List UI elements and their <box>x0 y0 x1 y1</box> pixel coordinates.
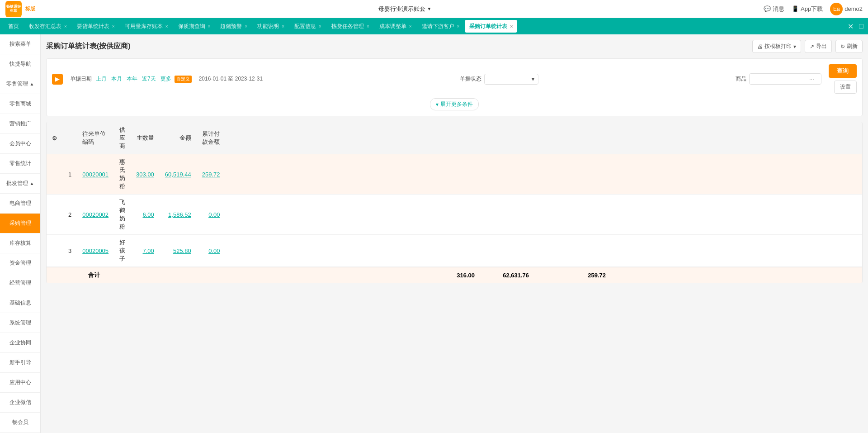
tab-chaochuyujing-label: 超储预警 <box>220 23 242 30</box>
query-button[interactable]: 查询 <box>829 64 857 78</box>
goods-input[interactable] <box>753 76 807 82</box>
sidebar-item-weixin[interactable]: 企业微信 <box>0 393 40 413</box>
row-settings-0[interactable] <box>47 154 63 195</box>
sidebar-item-basic[interactable]: 基础信息 <box>0 293 40 313</box>
nav-max-btn[interactable]: □ <box>858 21 864 31</box>
tab-caigou-close[interactable]: × <box>510 24 513 29</box>
logo-area: 畅捷通好生意 标版 <box>5 1 46 17</box>
tab-home[interactable]: 首页 <box>4 20 24 33</box>
sidebar-item-quicknav[interactable]: 快捷导航 <box>0 54 40 74</box>
sidebar-item-ecommerce[interactable]: 电商管理 <box>0 194 40 214</box>
print-label: 按模板打印 <box>764 43 792 50</box>
sidebar-item-retail-shop[interactable]: 零售商城 <box>0 94 40 114</box>
nav-close-btn[interactable]: ✕ <box>847 21 854 32</box>
page-header: 采购订单统计表(按供应商) 🖨 按模板打印 ▾ ↗ 导出 ↻ 刷新 <box>46 40 863 53</box>
tab-keyongliang[interactable]: 可用量库存账本 × <box>120 20 173 33</box>
shortcut-7days[interactable]: 近7天 <box>141 75 157 83</box>
tab-yaohuo-close[interactable]: × <box>112 24 115 29</box>
filter-toggle[interactable]: ▶ <box>52 74 63 85</box>
avatar-letter: Ea <box>833 6 840 12</box>
shortcut-this-month[interactable]: 本月 <box>110 75 123 83</box>
sidebar-item-retail-mgmt[interactable]: 零售管理 ▲ <box>0 74 40 94</box>
goods-more-dots[interactable]: ··· <box>809 76 814 82</box>
sidebar-item-marketing[interactable]: 营销推广 <box>0 114 40 134</box>
refresh-label: 刷新 <box>847 43 858 50</box>
sidebar-item-guide[interactable]: 新手引导 <box>0 353 40 373</box>
tab-gongneng-close[interactable]: × <box>282 24 284 29</box>
row-code-0: 00020001 <box>77 154 114 195</box>
tab-yaoqing[interactable]: 邀请下游客户 × <box>417 20 464 33</box>
system-label: 系统管理 <box>9 319 31 327</box>
date-shortcuts: 上月 本月 本年 近7天 更多 自定义 <box>94 75 192 83</box>
refresh-icon: ↻ <box>840 43 845 50</box>
status-select[interactable]: ▾ <box>484 74 538 85</box>
shortcut-last-month[interactable]: 上月 <box>94 75 108 83</box>
expand-filters-btn[interactable]: ▾ 展开更多条件 <box>430 98 479 110</box>
row-extra-0 <box>225 154 862 195</box>
sidebar-item-inventory[interactable]: 库存核算 <box>0 233 40 253</box>
sidebar-item-changhyue[interactable]: 畅会员 <box>0 413 40 433</box>
app-label: App下载 <box>801 5 823 13</box>
username-label: demo2 <box>844 5 863 12</box>
sidebar: 搜索菜单 快捷导航 零售管理 ▲ 零售商城 营销推广 会员中心 零售统计 批发管… <box>0 34 41 433</box>
tab-caigou[interactable]: 采购订单统计表 × <box>465 20 517 33</box>
export-button[interactable]: ↗ 导出 <box>805 40 832 53</box>
goods-input-area[interactable]: ··· <box>749 73 821 85</box>
tab-chaochuyujing-close[interactable]: × <box>245 24 247 29</box>
industry-selector[interactable]: 母婴行业演示账套 ▼ <box>375 3 435 15</box>
table-row: 1 00020001 惠氏奶粉 303.00 60,519.44 259.72 <box>47 154 862 195</box>
sidebar-item-collab[interactable]: 企业协同 <box>0 333 40 353</box>
th-settings[interactable]: ⚙ <box>47 122 63 154</box>
avatar: Ea <box>830 3 843 15</box>
shortcut-more[interactable]: 更多 <box>159 75 173 83</box>
tab-chengben[interactable]: 成本调整单 × <box>375 20 416 33</box>
row-settings-1[interactable] <box>47 195 63 235</box>
status-select-arrow: ▾ <box>532 76 534 82</box>
tab-gongneng[interactable]: 功能说明 × <box>253 20 289 33</box>
tab-peizhi[interactable]: 配置信息 × <box>290 20 326 33</box>
toggle-arrow-icon: ▶ <box>55 76 60 82</box>
tab-baozhi[interactable]: 保质期查询 × <box>174 20 215 33</box>
sidebar-item-appcenter[interactable]: 应用中心 <box>0 373 40 393</box>
tab-yaohuo[interactable]: 要货单统计表 × <box>72 20 119 33</box>
print-arrow: ▾ <box>793 43 796 50</box>
inventory-label: 库存核算 <box>9 239 31 247</box>
tab-shoufacun[interactable]: 收发存汇总表 × <box>24 20 71 33</box>
tab-yaoqing-close[interactable]: × <box>457 24 460 29</box>
refresh-button[interactable]: ↻ 刷新 <box>835 40 863 53</box>
sidebar-item-members[interactable]: 会员中心 <box>0 134 40 154</box>
sidebar-item-ops[interactable]: 经营管理 <box>0 273 40 293</box>
row-qty-1: 6.00 <box>131 195 160 235</box>
settings-button[interactable]: 设置 <box>834 81 857 94</box>
tab-baozhi-close[interactable]: × <box>208 24 211 29</box>
footer-qty: 316.00 <box>429 272 484 279</box>
tab-jianhuo-close[interactable]: × <box>367 24 369 29</box>
th-amount: 金额 <box>160 122 197 154</box>
tab-keyongliang-close[interactable]: × <box>165 24 168 29</box>
tab-shoufacun-close[interactable]: × <box>64 24 67 29</box>
row-supplier-0: 惠氏奶粉 <box>114 154 131 195</box>
sidebar-item-search[interactable]: 搜索菜单 <box>0 34 40 54</box>
sidebar-item-wholesale[interactable]: 批发管理 ▲ <box>0 174 40 194</box>
sidebar-item-finance[interactable]: 资金管理 <box>0 253 40 273</box>
logo-icon: 畅捷通好生意 <box>5 1 22 17</box>
tab-chaochuyujing[interactable]: 超储预警 × <box>216 20 252 33</box>
marketing-label: 营销推广 <box>9 120 31 128</box>
shortcut-this-year[interactable]: 本年 <box>125 75 139 83</box>
app-download-btn[interactable]: 📱 App下载 <box>792 5 823 13</box>
tab-peizhi-close[interactable]: × <box>319 24 321 29</box>
sidebar-item-purchase[interactable]: 采购管理 <box>0 214 40 233</box>
message-btn[interactable]: 💬 消息 <box>764 5 784 13</box>
sidebar-item-system[interactable]: 系统管理 <box>0 313 40 333</box>
tab-jianhuo[interactable]: 拣货任务管理 × <box>327 20 374 33</box>
row-supplier-2: 好孩子 <box>114 235 131 267</box>
sidebar-item-retail-stats[interactable]: 零售统计 <box>0 154 40 174</box>
tab-chengben-close[interactable]: × <box>409 24 412 29</box>
user-avatar-area[interactable]: Ea demo2 <box>830 3 863 15</box>
print-button[interactable]: 🖨 按模板打印 ▾ <box>752 40 801 53</box>
page-content: 采购订单统计表(按供应商) 🖨 按模板打印 ▾ ↗ 导出 ↻ 刷新 <box>41 34 868 433</box>
changhyue-label: 畅会员 <box>12 419 28 426</box>
row-settings-2[interactable] <box>47 235 63 267</box>
row-qty-2: 7.00 <box>131 235 160 267</box>
page-title: 采购订单统计表(按供应商) <box>46 42 131 51</box>
